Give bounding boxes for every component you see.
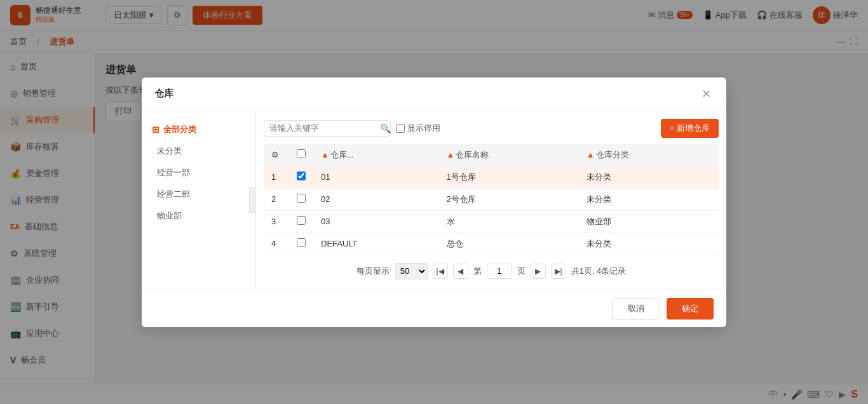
- col-code: ▲仓库...: [313, 144, 439, 166]
- row-category: 物业部: [579, 210, 719, 232]
- search-box: 🔍: [264, 120, 391, 137]
- row-checkbox[interactable]: [289, 210, 313, 232]
- show-disabled-checkbox[interactable]: [396, 124, 405, 133]
- category-item-0[interactable]: 未分类: [142, 140, 255, 162]
- row-no: 4: [264, 232, 289, 255]
- grid-icon: ⊞: [152, 125, 159, 135]
- first-page-button[interactable]: |◀: [433, 264, 448, 279]
- warehouse-table: ⚙ ▲仓库... ▲仓库名称 ▲仓库分类 1 01 1号仓库 未分类 2 02: [264, 144, 719, 255]
- col-category: ▲仓库分类: [579, 144, 719, 166]
- show-disabled-label[interactable]: 显示停用: [396, 123, 440, 134]
- row-category: 未分类: [579, 232, 719, 255]
- row-checkbox[interactable]: [289, 166, 313, 188]
- all-category[interactable]: ⊞ 全部分类: [142, 119, 255, 140]
- close-icon[interactable]: ✕: [698, 86, 714, 102]
- row-checkbox[interactable]: [289, 232, 313, 255]
- category-panel: ⊞ 全部分类 未分类 经营一部 经营二部 物业部 《: [142, 111, 256, 290]
- row-select-checkbox[interactable]: [297, 216, 306, 225]
- add-warehouse-button[interactable]: + 新增仓库: [661, 119, 719, 138]
- row-category: 未分类: [579, 166, 719, 188]
- category-item-3[interactable]: 物业部: [142, 205, 255, 227]
- row-name: 1号仓库: [439, 166, 579, 188]
- row-category: 未分类: [579, 188, 719, 210]
- table-panel: 🔍 显示停用 + 新增仓库 ⚙: [256, 111, 726, 290]
- row-no: 1: [264, 166, 289, 188]
- row-no: 3: [264, 210, 289, 232]
- page-number-input[interactable]: [487, 264, 512, 279]
- pagination: 每页显示 50 10 20 100 |◀ ◀ 第 页 ▶ ▶| 共1页, 4条记…: [264, 255, 719, 282]
- row-name: 总仓: [439, 232, 579, 255]
- last-page-button[interactable]: ▶|: [551, 264, 566, 279]
- row-name: 水: [439, 210, 579, 232]
- table-container: ⚙ ▲仓库... ▲仓库名称 ▲仓库分类 1 01 1号仓库 未分类 2 02: [264, 144, 719, 255]
- category-item-1[interactable]: 经营一部: [142, 162, 255, 184]
- col-checkbox: [289, 144, 313, 166]
- modal-footer: 取消 确定: [142, 290, 726, 327]
- next-page-button[interactable]: ▶: [531, 264, 546, 279]
- select-all-checkbox[interactable]: [297, 149, 306, 158]
- search-icon[interactable]: 🔍: [380, 123, 391, 133]
- row-name: 2号仓库: [439, 188, 579, 210]
- modal-body: ⊞ 全部分类 未分类 经营一部 经营二部 物业部 《 🔍: [142, 111, 726, 290]
- table-toolbar: 🔍 显示停用 + 新增仓库: [264, 119, 719, 138]
- row-code: 02: [313, 188, 439, 210]
- collapse-panel-button[interactable]: 《: [249, 187, 256, 213]
- row-select-checkbox[interactable]: [297, 238, 306, 247]
- confirm-button[interactable]: 确定: [667, 298, 714, 320]
- col-settings: ⚙: [264, 144, 289, 166]
- row-code: 01: [313, 166, 439, 188]
- prev-page-button[interactable]: ◀: [453, 264, 468, 279]
- modal-title: 仓库: [154, 88, 173, 100]
- row-select-checkbox[interactable]: [297, 194, 306, 203]
- cancel-button[interactable]: 取消: [612, 298, 660, 320]
- modal-overlay: 仓库 ✕ ⊞ 全部分类 未分类 经营一部 经营二部 物业部 《: [0, 0, 868, 404]
- sort-icon-category: ▲: [587, 150, 595, 159]
- sort-icon-code: ▲: [321, 150, 329, 159]
- search-input[interactable]: [269, 123, 376, 133]
- row-code: DEFAULT: [313, 232, 439, 255]
- warehouse-modal: 仓库 ✕ ⊞ 全部分类 未分类 经营一部 经营二部 物业部 《: [142, 77, 726, 327]
- per-page-select[interactable]: 50 10 20 100: [395, 263, 428, 279]
- table-row[interactable]: 4 DEFAULT 总仓 未分类: [264, 232, 719, 255]
- col-name: ▲仓库名称: [439, 144, 579, 166]
- row-code: 03: [313, 210, 439, 232]
- category-item-2[interactable]: 经营二部: [142, 184, 255, 205]
- modal-header: 仓库 ✕: [142, 77, 726, 111]
- row-select-checkbox[interactable]: [297, 172, 306, 180]
- sort-icon-name: ▲: [447, 150, 455, 159]
- table-header-row: ⚙ ▲仓库... ▲仓库名称 ▲仓库分类: [264, 144, 719, 166]
- table-row[interactable]: 1 01 1号仓库 未分类: [264, 166, 719, 188]
- row-no: 2: [264, 188, 289, 210]
- row-checkbox[interactable]: [289, 188, 313, 210]
- table-row[interactable]: 3 03 水 物业部: [264, 210, 719, 232]
- table-row[interactable]: 2 02 2号仓库 未分类: [264, 188, 719, 210]
